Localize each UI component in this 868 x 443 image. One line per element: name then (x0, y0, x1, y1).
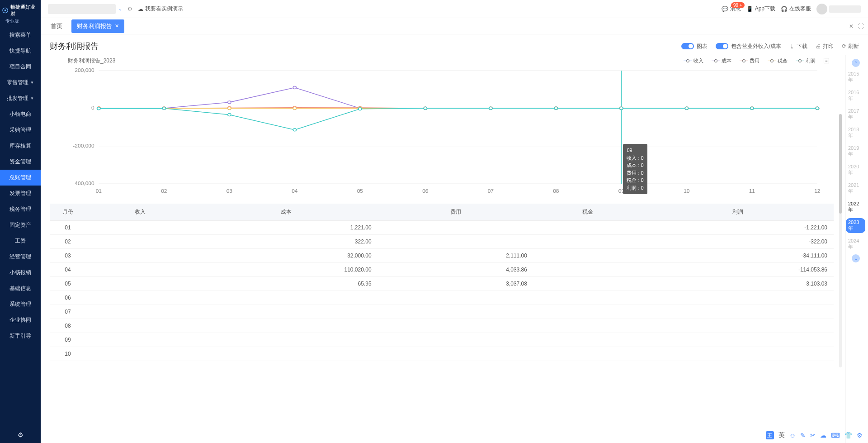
org-selector[interactable]: ⌄ (48, 4, 122, 14)
support-button[interactable]: 🎧 在线客服 (781, 5, 811, 13)
year-option[interactable]: 2023年 (846, 218, 865, 233)
settings-icon[interactable]: ⚙ (18, 431, 24, 438)
ime-scissors-icon[interactable]: ✂ (810, 432, 816, 439)
app-download-button[interactable]: 📱 App下载 (746, 5, 775, 13)
cell-tax (533, 235, 642, 249)
sidebar-item-8[interactable]: 资金管理 (0, 154, 41, 170)
cell-profit: -3,103.03 (642, 277, 834, 291)
cell-income (86, 333, 194, 347)
ime-keyboard-icon[interactable]: ⌨ (831, 432, 840, 439)
sidebar-item-15[interactable]: 小畅报销 (0, 265, 41, 281)
ime-bar[interactable]: 王 英 ☺ ✎ ✂ ☁ ⌨ 👕 ⚙ (766, 431, 863, 439)
ime-cloud-icon[interactable]: ☁ (820, 432, 826, 439)
legend-toggle-icon[interactable]: ≡ (824, 58, 829, 63)
chart-legend: 收入成本费用税金利润≡ (684, 57, 829, 64)
refresh-button[interactable]: ⟳刷新 (842, 43, 859, 50)
svg-point-77 (489, 107, 492, 110)
sidebar-item-1[interactable]: 快捷导航 (0, 43, 41, 59)
sidebar-item-12[interactable]: 固定资产 (0, 217, 41, 233)
cell-profit (642, 291, 834, 305)
fullscreen-icon[interactable]: ⛶ (858, 23, 863, 29)
vertical-scrollbar[interactable] (839, 114, 842, 367)
messages-button[interactable]: 💬 消息 99 + (722, 5, 741, 13)
legend-item[interactable]: 收入 (684, 57, 703, 64)
year-down-button[interactable]: ⌄ (852, 254, 860, 262)
ime-emoji-icon[interactable]: ☺ (789, 432, 796, 439)
sidebar-item-label: 零售管理 (7, 79, 28, 86)
org-settings-icon[interactable]: ⚙ (127, 6, 132, 12)
close-icon[interactable]: ✕ (115, 23, 119, 29)
year-option[interactable]: 2022年 (846, 200, 865, 214)
svg-text:01: 01 (96, 189, 102, 194)
sidebar-item-9[interactable]: 总账管理 (0, 170, 41, 186)
legend-item[interactable]: 利润 (796, 57, 816, 64)
chart[interactable]: 200,0000-200,000-400,0000102030405060708… (50, 66, 834, 197)
cell-income (86, 249, 194, 263)
cell-fee (378, 319, 533, 333)
download-button[interactable]: ⭳下载 (789, 43, 807, 50)
sidebar-item-11[interactable]: 税务管理 (0, 201, 41, 217)
svg-text:-400,000: -400,000 (73, 181, 94, 186)
cell-cost: 322.00 (194, 235, 378, 249)
ime-edit-icon[interactable]: ✎ (800, 432, 806, 439)
year-option[interactable]: 2015年 (846, 70, 865, 85)
user-menu[interactable] (816, 4, 861, 14)
svg-text:-200,000: -200,000 (73, 143, 94, 148)
legend-item[interactable]: 费用 (740, 57, 760, 64)
svg-text:200,000: 200,000 (75, 68, 94, 73)
cell-fee (378, 291, 533, 305)
year-option[interactable]: 2016年 (846, 88, 865, 103)
print-button[interactable]: 🖨打印 (816, 43, 834, 50)
ime-engine-icon[interactable]: 王 (766, 431, 774, 439)
table-row: 0565.953,037.08-3,103.03 (50, 277, 834, 291)
sidebar-item-3[interactable]: 零售管理▼ (0, 75, 41, 91)
ime-settings-icon[interactable]: ⚙ (857, 432, 863, 439)
legend-item[interactable]: 税金 (768, 57, 788, 64)
tabs-close-all-icon[interactable]: ✕ (849, 23, 854, 29)
sidebar-item-4[interactable]: 批发管理▼ (0, 91, 41, 106)
ime-lang[interactable]: 英 (778, 431, 785, 439)
data-table-wrap[interactable]: 月份收入成本费用税金利润 011,221.00-1,221.0002322.00… (50, 204, 843, 443)
svg-text:10: 10 (684, 189, 689, 194)
sidebar-item-label: 发票管理 (9, 190, 31, 197)
sidebar-item-label: 资金管理 (9, 158, 31, 166)
cell-fee: 4,033.86 (378, 263, 533, 277)
cell-profit: -322.00 (642, 235, 834, 249)
sidebar-item-2[interactable]: 项目合同 (0, 59, 41, 75)
year-option[interactable]: 2019年 (846, 144, 865, 159)
sidebar-item-10[interactable]: 发票管理 (0, 186, 41, 201)
year-option[interactable]: 2021年 (846, 181, 865, 196)
toggle-chart[interactable]: 图表 (681, 43, 708, 50)
sidebar-item-7[interactable]: 库存核算 (0, 138, 41, 154)
cell-income (86, 221, 194, 235)
sidebar-item-14[interactable]: 经营管理 (0, 249, 41, 265)
sidebar-item-17[interactable]: 系统管理 (0, 296, 41, 312)
toggle-extra[interactable]: 包含营业外收入/成本 (716, 43, 781, 50)
cell-income (86, 277, 194, 291)
ime-shirt-icon[interactable]: 👕 (844, 432, 852, 439)
sidebar-item-5[interactable]: 小畅电商 (0, 106, 41, 122)
sidebar-item-18[interactable]: 企业协同 (0, 312, 41, 328)
year-option[interactable]: 2024年 (846, 237, 865, 252)
sidebar-item-13[interactable]: 工资 (0, 233, 41, 249)
sidebar-item-label: 搜索菜单 (9, 31, 31, 39)
cell-tax (533, 249, 642, 263)
year-option[interactable]: 2017年 (846, 107, 865, 122)
sidebar-item-0[interactable]: 搜索菜单 (0, 27, 41, 43)
tab-report[interactable]: 财务利润报告 ✕ (71, 19, 124, 33)
print-label: 打印 (823, 43, 834, 50)
svg-point-79 (620, 107, 623, 110)
sidebar-item-19[interactable]: 新手引导 (0, 328, 41, 344)
legend-item[interactable]: 成本 (712, 57, 731, 64)
demo-link[interactable]: ☁ 我要看实例演示 (138, 5, 183, 13)
svg-point-80 (685, 107, 688, 110)
sidebar-item-6[interactable]: 采购管理 (0, 122, 41, 138)
year-option[interactable]: 2018年 (846, 125, 865, 140)
tab-home[interactable]: 首页 (45, 19, 68, 33)
sidebar-item-16[interactable]: 基础信息 (0, 281, 41, 296)
year-up-button[interactable]: ⌃ (852, 59, 860, 67)
year-option[interactable]: 2020年 (846, 162, 865, 177)
svg-point-73 (228, 114, 231, 116)
col-header: 利润 (642, 204, 834, 221)
year-rail: ⌃ 2015年2016年2017年2018年2019年2020年2021年202… (845, 55, 865, 443)
